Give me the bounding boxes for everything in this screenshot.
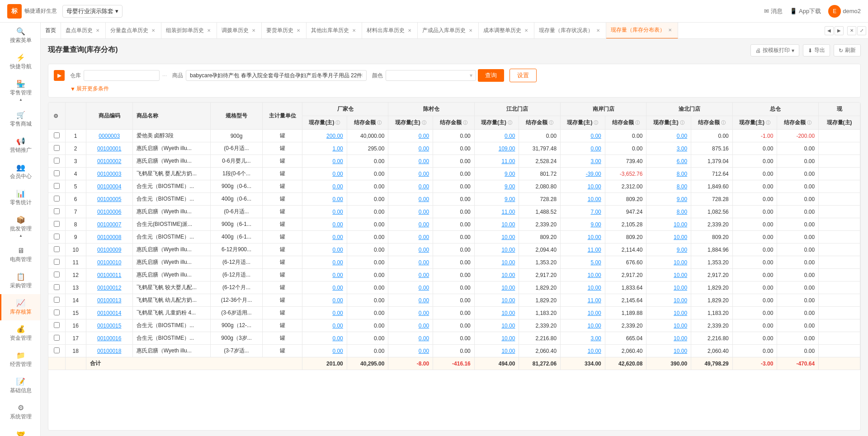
sidebar-item-marketing[interactable]: 📢 营销推广 [0,132,40,159]
row-jb-qty[interactable]: 10.00 [474,231,519,244]
row-na-qty[interactable]: 7.00 [561,206,605,218]
setting-btn[interactable]: 设置 [509,69,537,82]
row-cc-qty[interactable]: 0.00 [388,244,433,256]
tab-close-icon[interactable]: ✕ [250,28,257,33]
tab-inventory-check[interactable]: 盘点单历史 ✕ [61,23,106,39]
row-yb-qty[interactable]: 8.00 [646,206,691,218]
sidebar-item-inventory[interactable]: 📈 库存核算 [0,294,40,320]
tab-close-icon[interactable]: ✕ [206,28,212,33]
row-jb-qty[interactable]: 10.00 [474,307,519,319]
print-btn[interactable]: 🖨 按模板打印 ▾ [750,44,799,56]
row-checkbox[interactable] [48,142,65,155]
row-yb-qty[interactable]: 10.00 [646,218,691,231]
row-checkbox[interactable] [48,231,65,244]
row-fc-qty[interactable]: 0.00 [302,206,347,218]
settings-icon[interactable]: ⚙ [52,113,59,120]
row-fc-qty[interactable]: 0.00 [302,256,347,269]
row-code[interactable]: 00100011 [86,269,132,281]
row-cc-qty[interactable]: 0.00 [388,168,433,180]
ellipsis-icon[interactable]: ··· [162,72,167,79]
row-fc-qty[interactable]: 0.00 [302,155,347,168]
tab-stock-dist[interactable]: 现存量（库存分布表） ✕ [606,23,678,39]
row-yb-qty[interactable]: 0.00 [646,130,691,142]
row-cc-qty[interactable]: 0.00 [388,218,433,231]
user-info[interactable]: E demo2 [828,5,861,18]
row-jb-qty[interactable]: 10.00 [474,269,519,281]
row-na-qty[interactable]: 10.00 [561,180,605,193]
sidebar-item-finance[interactable]: 💰 资金管理 [0,320,40,347]
row-na-qty[interactable]: 3.00 [561,155,605,168]
info-icon[interactable]: ⓘ [377,120,382,126]
row-code[interactable]: 00100004 [86,180,132,193]
row-code[interactable]: 00100003 [86,168,132,180]
row-na-qty[interactable]: 0.00 [561,130,605,142]
row-na-qty[interactable]: 10.00 [561,281,605,294]
row-code[interactable]: 0000003 [86,130,132,142]
row-fc-qty[interactable]: 0.00 [302,218,347,231]
tab-close-icon[interactable]: ✕ [523,28,529,33]
expand-conditions-btn[interactable]: ▼ 展开更多条件 [70,85,855,93]
info-icon[interactable]: ⓘ [463,120,467,126]
row-na-qty[interactable]: 10.00 [561,193,605,206]
tab-transfer[interactable]: 调拨单历史 ✕ [217,23,262,39]
tab-prev-btn[interactable]: ◀ [825,26,834,35]
sidebar-item-enterprise[interactable]: 🤝 企业协同 [0,425,40,436]
row-checkbox[interactable] [48,244,65,256]
row-yb-qty[interactable]: 9.00 [646,193,691,206]
row-jb-qty[interactable]: 109.00 [474,142,519,155]
row-fc-qty[interactable]: 0.00 [302,307,347,319]
tab-close-icon[interactable]: ✕ [595,28,601,33]
info-icon[interactable]: ⓘ [594,120,598,126]
row-jb-qty[interactable]: 10.00 [474,256,519,269]
row-yb-qty[interactable]: 8.00 [646,168,691,180]
row-code[interactable]: 00100001 [86,142,132,155]
row-fc-qty[interactable]: 1.00 [302,142,347,155]
row-na-qty[interactable]: 11.00 [561,294,605,307]
row-yb-qty[interactable]: 10.00 [646,294,691,307]
row-na-qty[interactable]: 9.00 [561,218,605,231]
row-jb-qty[interactable]: 9.00 [474,168,519,180]
tab-home[interactable]: 首页 [41,23,61,39]
row-cc-qty[interactable]: 0.00 [388,180,433,193]
row-yb-qty[interactable]: 10.00 [646,256,691,269]
row-code[interactable]: 00100015 [86,319,132,332]
tab-product-in[interactable]: 产成品入库单历史 ✕ [418,23,479,39]
row-checkbox[interactable] [48,218,65,231]
sidebar-item-member[interactable]: 👥 会员中心 [0,159,40,185]
row-checkbox[interactable] [48,345,65,357]
sidebar-item-search[interactable]: 🔍 搜索英单 [0,23,40,49]
row-na-qty[interactable]: 10.00 [561,269,605,281]
row-na-qty[interactable]: 11.00 [561,244,605,256]
row-yb-qty[interactable]: 10.00 [646,345,691,357]
tab-assemble[interactable]: 组装折卸单历史 ✕ [161,23,217,39]
row-na-qty[interactable]: 0.00 [561,142,605,155]
tab-material-out[interactable]: 材料出库单历史 ✕ [362,23,418,39]
row-yb-qty[interactable]: 10.00 [646,332,691,345]
search-expand-btn[interactable]: ▶ [54,70,65,81]
info-icon[interactable]: ⓘ [422,120,426,126]
row-code[interactable]: 00100018 [86,345,132,357]
tab-close-icon[interactable]: ✕ [94,28,101,33]
app-download-btn[interactable]: 📱 App下载 [790,7,821,15]
tab-fraction-check[interactable]: 分量盘点单历史 ✕ [106,23,161,39]
row-fc-qty[interactable]: 0.00 [302,319,347,332]
tab-stock-status[interactable]: 现存量（库存状况表） ✕ [534,23,606,39]
query-btn[interactable]: 查询 [478,69,504,82]
row-jb-qty[interactable]: 11.00 [474,206,519,218]
row-na-qty[interactable]: 10.00 [561,307,605,319]
row-checkbox[interactable] [48,180,65,193]
row-na-qty[interactable]: 3.00 [561,332,605,345]
goods-input[interactable] [186,70,367,81]
row-cc-qty[interactable]: 0.00 [388,130,433,142]
row-cc-qty[interactable]: 0.00 [388,142,433,155]
row-checkbox[interactable] [48,281,65,294]
row-jb-qty[interactable]: 9.00 [474,193,519,206]
row-checkbox[interactable] [48,155,65,168]
tab-close-icon[interactable]: ✕ [351,28,357,33]
row-na-qty[interactable]: -39.00 [561,168,605,180]
row-checkbox[interactable] [48,130,65,142]
row-yb-qty[interactable]: 10.00 [646,319,691,332]
row-jb-qty[interactable]: 11.00 [474,155,519,168]
sidebar-item-mall[interactable]: 🛒 零售商城 [0,106,40,132]
color-input[interactable] [386,70,476,81]
